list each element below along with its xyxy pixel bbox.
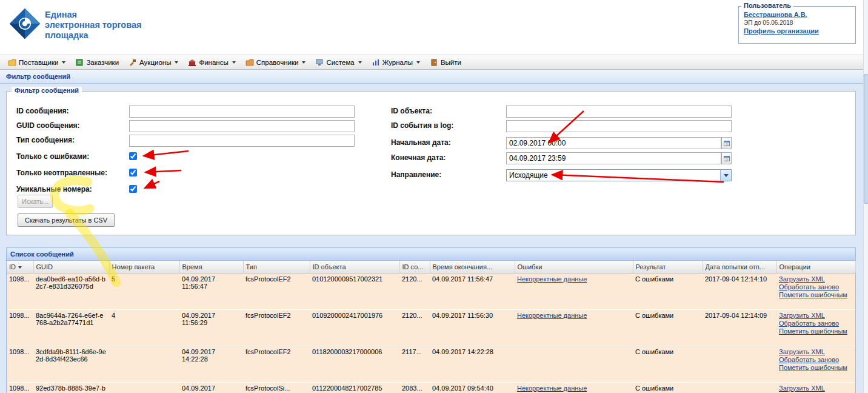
column-header-errors[interactable]: Ошибки <box>515 261 633 273</box>
column-header-type[interactable]: Тип <box>243 261 310 273</box>
table-row: 1098... 92ed378b-8885-39e7-b5e2-8d47f5a2… <box>7 382 855 393</box>
table-header-row: ID GUID Номер пакета Время Тип ID объект… <box>7 261 855 273</box>
sort-desc-icon <box>18 266 22 269</box>
calendar-icon <box>724 154 730 163</box>
unique-numbers-checkbox[interactable] <box>129 185 137 193</box>
column-header-object-id[interactable]: ID объекта <box>310 261 399 273</box>
column-header-event-id[interactable]: ID со... <box>399 261 430 273</box>
log-event-id-label: ID события в log: <box>391 121 453 130</box>
page-title: Фильтр сообщений <box>0 70 70 80</box>
menu-finances[interactable]: Финансы <box>185 57 238 68</box>
start-date-input[interactable] <box>506 137 721 149</box>
direction-selected-value: Исходящие <box>507 170 731 181</box>
error-details-link[interactable]: Некорректные данные <box>517 385 587 392</box>
op-mark-error-link[interactable]: Пометить ошибочным <box>779 364 853 372</box>
menu-exit[interactable]: Выйти <box>427 57 464 68</box>
filter-legend: Фильтр сообщений <box>12 87 82 94</box>
error-details-link[interactable]: Некорректные данные <box>517 275 587 283</box>
menu-customers[interactable]: Заказчики <box>72 57 122 68</box>
etp-logo-icon <box>8 7 41 40</box>
column-header-result[interactable]: Результат <box>633 261 703 273</box>
org-profile-link[interactable]: Профиль организации <box>744 27 850 35</box>
message-type-label: Тип сообщения: <box>16 136 75 144</box>
column-header-operations[interactable]: Операции <box>776 261 855 273</box>
directories-icon <box>245 58 254 67</box>
end-date-field <box>506 152 732 164</box>
op-reprocess-link[interactable]: Обработать заново <box>779 283 853 291</box>
only-unsent-checkbox[interactable] <box>129 169 137 176</box>
chevron-down-icon <box>724 174 729 177</box>
op-mark-error-link[interactable]: Пометить ошибочным <box>779 291 853 299</box>
system-icon <box>315 58 324 67</box>
scrollbar-thumb[interactable] <box>864 74 868 204</box>
column-header-packet[interactable]: Номер пакета <box>109 261 179 273</box>
menu-directories[interactable]: Справочники <box>242 57 309 68</box>
op-load-xml-link[interactable]: Загрузить XML <box>779 312 853 320</box>
op-mark-error-link[interactable]: Пометить ошибочным <box>779 328 853 335</box>
only-errors-label: Только с ошибками: <box>16 152 89 161</box>
brand-line-2: электронная торговая <box>45 20 141 30</box>
download-csv-button[interactable]: Скачать результаты в CSV <box>18 213 115 227</box>
log-event-id-input[interactable] <box>506 120 732 132</box>
message-id-label: ID сообщения: <box>16 107 69 115</box>
results-panel: Список сообщений ID GUID Номер пакета Вр… <box>6 247 856 393</box>
brand-line-3: площадка <box>45 30 141 41</box>
customers-icon <box>75 58 84 67</box>
menu-auctions[interactable]: Аукционы <box>125 57 181 68</box>
chevron-down-icon <box>62 61 65 64</box>
menu-journals[interactable]: Журналы <box>369 57 423 68</box>
brand-line-1: Единая <box>45 10 141 20</box>
user-name-link[interactable]: Бесстрашнова А.В. <box>744 10 850 19</box>
message-id-input[interactable] <box>129 106 355 118</box>
column-header-guid[interactable]: GUID <box>33 261 109 273</box>
op-load-xml-link[interactable]: Загрузить XML <box>779 385 853 392</box>
column-header-time[interactable]: Время <box>179 261 243 273</box>
exit-icon <box>430 58 438 67</box>
op-load-xml-link[interactable]: Загрузить XML <box>779 348 853 356</box>
journals-icon <box>372 58 380 67</box>
error-details-link[interactable]: Некорректные данные <box>517 312 587 319</box>
only-errors-checkbox[interactable] <box>129 152 137 160</box>
object-id-label: ID объекта: <box>391 107 432 115</box>
unique-numbers-label: Уникальные номера: <box>16 185 92 193</box>
table-row: 1098... dea0bed6-ea10-a56d-b2c7-e831d326… <box>7 273 855 309</box>
chevron-down-icon <box>358 61 362 64</box>
suppliers-icon <box>8 58 16 67</box>
direction-label: Направление: <box>391 170 441 179</box>
start-date-field <box>506 137 732 149</box>
filter-fieldset: Фильтр сообщений ID сообщения: GUID сооб… <box>6 91 856 235</box>
column-header-end-time[interactable]: Время окончания... <box>430 261 515 273</box>
message-guid-input[interactable] <box>129 120 355 132</box>
end-date-calendar-button[interactable] <box>721 152 732 164</box>
brand-title: Единая электронная торговая площадка <box>45 10 141 41</box>
direction-select[interactable]: Исходящие <box>506 169 732 181</box>
cert-expiry-text: ЭП до 05.06.2018 <box>744 19 850 27</box>
op-reprocess-link[interactable]: Обработать заново <box>779 356 853 364</box>
calendar-icon <box>724 139 730 148</box>
menu-system[interactable]: Система <box>312 57 364 68</box>
message-guid-label: GUID сообщения: <box>16 121 80 130</box>
table-row: 1098... 8ac9644a-7264-e6ef-e768-a2b2a774… <box>7 309 855 346</box>
page-title-bar: Фильтр сообщений <box>0 70 863 84</box>
end-date-label: Конечная дата: <box>391 153 446 162</box>
search-button[interactable]: Искать... <box>18 195 53 208</box>
dropdown-button[interactable] <box>720 170 731 181</box>
table-row: 1098... 3cdfda9b-8111-6d6e-9e2d-8d34f423… <box>7 346 855 382</box>
op-load-xml-link[interactable]: Загрузить XML <box>779 275 853 283</box>
messages-table: ID GUID Номер пакета Время Тип ID объект… <box>7 261 856 393</box>
user-panel: Пользователь Бесстрашнова А.В. ЭП до 05.… <box>738 6 856 44</box>
main-menubar: Поставщики Заказчики Аукционы Финансы Сп… <box>0 55 868 70</box>
chevron-down-icon <box>416 61 420 64</box>
column-header-id[interactable]: ID <box>7 261 33 273</box>
vertical-scrollbar[interactable] <box>863 0 868 393</box>
menu-suppliers[interactable]: Поставщики <box>5 57 68 68</box>
end-date-input[interactable] <box>506 152 721 164</box>
op-reprocess-link[interactable]: Обработать заново <box>779 320 853 328</box>
message-type-input[interactable] <box>129 135 355 147</box>
column-header-attempt-date[interactable]: Дата попытки отп... <box>703 261 776 273</box>
only-unsent-label: Только неотправленные: <box>16 169 107 177</box>
user-panel-legend: Пользователь <box>741 2 793 9</box>
results-panel-title: Список сообщений <box>7 248 855 261</box>
object-id-input[interactable] <box>506 106 732 118</box>
start-date-calendar-button[interactable] <box>721 137 732 149</box>
